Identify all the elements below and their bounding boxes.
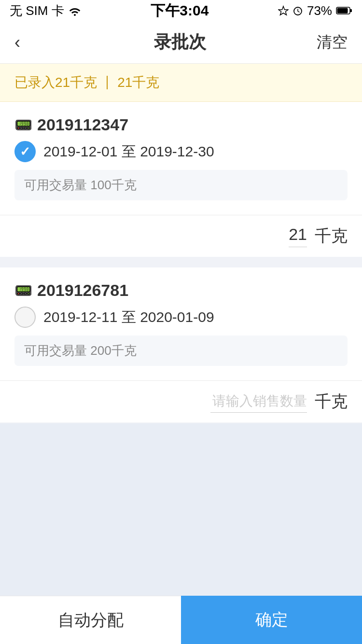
qty-input-2[interactable] xyxy=(210,391,307,413)
batch-card-1: 📟 2019112347 ✓ 2019-12-01 至 2019-12-30 可… xyxy=(0,102,362,257)
batch-id-1: 2019112347 xyxy=(37,115,128,134)
radio-2[interactable] xyxy=(14,307,36,328)
qty-row-1: 21 千克 xyxy=(0,215,362,257)
available-qty-2: 可用交易量 200千克 xyxy=(14,336,348,366)
qty-row-2: 千克 xyxy=(0,380,362,422)
batch-card-2: 📟 2019126781 2019-12-11 至 2020-01-09 可用交… xyxy=(0,267,362,422)
battery-text: 73% xyxy=(307,3,332,18)
summary-label: 已录入21千克 xyxy=(14,73,97,92)
available-qty-1: 可用交易量 100千克 xyxy=(14,170,348,200)
status-right: 73% xyxy=(278,3,352,18)
date-range-2: 2019-12-11 至 2020-01-09 xyxy=(43,308,214,327)
clear-button[interactable]: 清空 xyxy=(317,32,348,53)
status-left: 无 SIM 卡 xyxy=(10,2,82,19)
check-mark-1: ✓ xyxy=(20,144,30,159)
qty-value-1[interactable]: 21 xyxy=(289,225,307,247)
alarm-icon xyxy=(292,5,303,16)
battery-icon xyxy=(336,6,352,15)
location-icon xyxy=(278,5,289,16)
card-divider xyxy=(0,258,362,267)
empty-area xyxy=(0,423,362,607)
nav-bar: ‹ 录批次 清空 xyxy=(0,21,362,64)
batch-id-row-1: 📟 2019112347 xyxy=(14,115,348,134)
no-sim-text: 无 SIM 卡 xyxy=(10,2,64,19)
status-bar: 无 SIM 卡 下午3:04 73% xyxy=(0,0,362,21)
batch-id-row-2: 📟 2019126781 xyxy=(14,281,348,300)
summary-divider xyxy=(107,76,108,89)
date-range-1: 2019-12-01 至 2019-12-30 xyxy=(43,142,214,162)
status-time: 下午3:04 xyxy=(151,1,209,21)
summary-value: 21千克 xyxy=(117,73,159,92)
radio-1[interactable]: ✓ xyxy=(14,141,36,162)
date-row-1[interactable]: ✓ 2019-12-01 至 2019-12-30 xyxy=(14,141,348,162)
page-title: 录批次 xyxy=(154,30,206,54)
batch-icon-1: 📟 xyxy=(14,116,32,133)
qty-unit-2: 千克 xyxy=(315,391,348,413)
back-button[interactable]: ‹ xyxy=(14,32,43,53)
confirm-button[interactable]: 确定 xyxy=(181,596,362,644)
svg-rect-3 xyxy=(337,8,348,14)
svg-rect-2 xyxy=(350,9,352,12)
qty-unit-1: 千克 xyxy=(315,225,348,247)
summary-banner: 已录入21千克 21千克 xyxy=(0,64,362,102)
batch-icon-2: 📟 xyxy=(14,282,32,299)
date-row-2[interactable]: 2019-12-11 至 2020-01-09 xyxy=(14,307,348,328)
auto-distribute-button[interactable]: 自动分配 xyxy=(0,596,181,644)
batch-id-2: 2019126781 xyxy=(37,281,128,300)
wifi-icon xyxy=(68,5,82,16)
bottom-bar: 自动分配 确定 xyxy=(0,596,362,644)
